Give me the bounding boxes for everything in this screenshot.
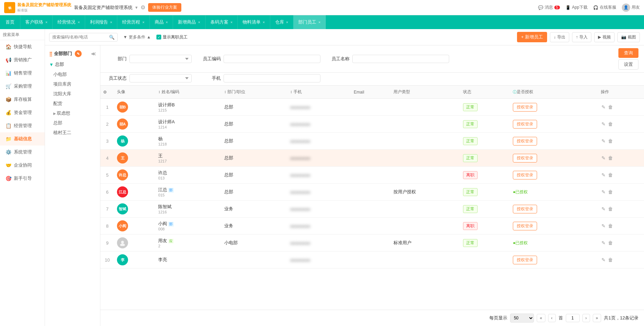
- sidebar-search-box[interactable]: 🔍: [0, 29, 45, 40]
- sidebar-item-collab[interactable]: 🤝 企业协同: [0, 159, 45, 172]
- per-page-select[interactable]: 50 100: [510, 314, 534, 323]
- col-phone[interactable]: ↕ 手机: [287, 86, 351, 99]
- tab-barcode[interactable]: 条码方案 ×: [206, 15, 238, 29]
- tab-bom[interactable]: 物料清单 ×: [238, 15, 270, 29]
- next-page-btn[interactable]: ›: [582, 314, 590, 322]
- edit-btn[interactable]: ✎: [601, 104, 606, 110]
- screenshot-btn[interactable]: 📷 截图: [617, 32, 640, 42]
- edit-btn[interactable]: ✎: [601, 121, 606, 127]
- dept-item-project[interactable]: 项目库房: [45, 79, 100, 89]
- settings-icon[interactable]: ⚙: [140, 4, 145, 11]
- col-settings[interactable]: ⚙: [100, 86, 114, 99]
- collapse-btn[interactable]: ≪: [91, 51, 96, 56]
- close-icon[interactable]: ×: [142, 20, 144, 24]
- edit-btn[interactable]: ✎: [601, 172, 606, 178]
- sidebar-item-sales[interactable]: 📊 销售管理: [0, 67, 45, 80]
- view-btn[interactable]: ▶ 视频: [594, 32, 615, 42]
- phone-input[interactable]: [224, 74, 320, 82]
- tab-operation-status[interactable]: 经营情况 ×: [53, 15, 85, 29]
- sidebar-item-nav[interactable]: 🏠 快捷导航: [0, 40, 45, 53]
- online-service-btn[interactable]: 🎧 在线客服: [593, 5, 616, 10]
- sidebar-item-finance[interactable]: 💰 资金管理: [0, 106, 45, 119]
- auth-btn[interactable]: 授权登录: [513, 103, 537, 112]
- show-left-btn[interactable]: ✓ 显示离职员工: [156, 34, 188, 40]
- auth-btn[interactable]: 授权登录: [513, 205, 537, 213]
- edit-btn[interactable]: ✎: [601, 223, 606, 229]
- emp-status-select[interactable]: [129, 74, 192, 82]
- tab-history[interactable]: 经营历程 ×: [117, 15, 149, 29]
- delete-btn[interactable]: 🗑: [608, 138, 613, 144]
- dept-item-zongbu[interactable]: 总部: [45, 118, 100, 128]
- col-dept[interactable]: ↕ 部门/职位: [221, 86, 288, 99]
- emp-name-input[interactable]: [352, 55, 449, 63]
- app-download-btn[interactable]: 📱 App下载: [565, 5, 588, 10]
- tab-home[interactable]: 首页: [0, 15, 20, 29]
- col-name[interactable]: ↕ 姓名/编码: [155, 86, 221, 99]
- auth-btn[interactable]: 授权登录: [513, 171, 537, 179]
- first-page-btn[interactable]: «: [537, 314, 545, 322]
- edit-btn[interactable]: ✎: [601, 206, 606, 212]
- close-icon[interactable]: ×: [286, 20, 288, 24]
- last-page-btn[interactable]: »: [593, 314, 601, 322]
- message-btn[interactable]: 💬 消息 5: [538, 5, 560, 10]
- prev-page-btn[interactable]: ‹: [548, 314, 556, 322]
- sidebar-item-basic[interactable]: 📁 基础信息: [0, 132, 45, 146]
- set-btn[interactable]: 设置: [618, 59, 638, 70]
- page-input[interactable]: [566, 314, 580, 322]
- close-icon[interactable]: ×: [110, 20, 112, 24]
- delete-btn[interactable]: 🗑: [608, 206, 613, 212]
- edit-btn[interactable]: ✎: [601, 155, 606, 161]
- sidebar-item-purchase[interactable]: 🛒 采购管理: [0, 80, 45, 93]
- dept-item-peihuo[interactable]: 配货: [45, 99, 100, 108]
- edit-btn[interactable]: ✎: [601, 138, 606, 144]
- add-employee-btn[interactable]: + 新增员工: [517, 32, 547, 42]
- close-icon[interactable]: ×: [45, 20, 47, 24]
- auth-btn[interactable]: 授权登录: [513, 137, 537, 146]
- sidebar-item-guide[interactable]: 🎯 新手引导: [0, 172, 45, 185]
- delete-btn[interactable]: 🗑: [608, 104, 613, 110]
- auth-btn[interactable]: 授权登录: [513, 120, 537, 129]
- close-icon[interactable]: ×: [318, 20, 320, 24]
- dept-item-shenyang[interactable]: 沈阳大库: [45, 89, 100, 99]
- import-btn[interactable]: ↑ 导入: [572, 32, 591, 42]
- tab-customer[interactable]: 客户联络 ×: [20, 15, 53, 29]
- filter-btn[interactable]: ▼ 更多条件 ▲: [120, 33, 154, 42]
- dept-item-xiaodiaobu[interactable]: 小电部: [45, 70, 100, 79]
- search-box[interactable]: 🔍: [49, 33, 118, 42]
- edit-btn[interactable]: ✎: [601, 240, 606, 246]
- tab-profit[interactable]: 利润报告 ×: [85, 15, 117, 29]
- dept-item-zhicun[interactable]: 植村王二: [45, 128, 100, 138]
- auth-btn[interactable]: 授权登录: [513, 256, 537, 264]
- sidebar-item-system[interactable]: ⚙️ 系统管理: [0, 146, 45, 159]
- search-input[interactable]: [52, 35, 108, 39]
- delete-btn[interactable]: 🗑: [608, 121, 613, 127]
- export-btn[interactable]: ↓ 导出: [550, 32, 569, 42]
- delete-btn[interactable]: 🗑: [608, 240, 613, 246]
- tab-goods[interactable]: 商品 ×: [150, 15, 173, 29]
- sidebar-item-operation[interactable]: 📋 经营管理: [0, 119, 45, 132]
- close-icon[interactable]: ×: [166, 20, 168, 24]
- edit-btn[interactable]: ✎: [601, 189, 606, 195]
- sidebar-item-marketing[interactable]: 📢 营销推广: [0, 53, 45, 67]
- auth-btn[interactable]: 授权登录: [513, 154, 537, 162]
- dept-edit-icon[interactable]: ✎: [75, 50, 82, 57]
- close-icon[interactable]: ×: [198, 20, 200, 24]
- delete-btn[interactable]: 🗑: [608, 223, 613, 229]
- close-icon[interactable]: ×: [78, 20, 80, 24]
- close-icon[interactable]: ×: [230, 20, 233, 24]
- tab-add-goods[interactable]: 新增商品 ×: [173, 15, 205, 29]
- delete-btn[interactable]: 🗑: [608, 172, 613, 178]
- user-btn[interactable]: 👤 用友: [622, 3, 640, 12]
- delete-btn[interactable]: 🗑: [608, 155, 613, 161]
- query-btn[interactable]: 查询: [618, 48, 638, 58]
- dropdown-icon[interactable]: ▾: [135, 5, 138, 10]
- tab-department[interactable]: 部门员工 ×: [293, 15, 326, 29]
- dept-item-shuanglv[interactable]: ▶ 双虑想: [45, 108, 100, 118]
- emp-code-input[interactable]: [224, 55, 320, 63]
- try-btn[interactable]: 体验行业方案: [148, 3, 181, 12]
- delete-btn[interactable]: 🗑: [608, 257, 613, 263]
- sidebar-item-inventory[interactable]: 📦 库存核算: [0, 93, 45, 106]
- dept-item-general[interactable]: ▼ 总部: [45, 59, 100, 70]
- edit-btn[interactable]: ✎: [601, 257, 606, 263]
- close-icon[interactable]: ×: [263, 20, 265, 24]
